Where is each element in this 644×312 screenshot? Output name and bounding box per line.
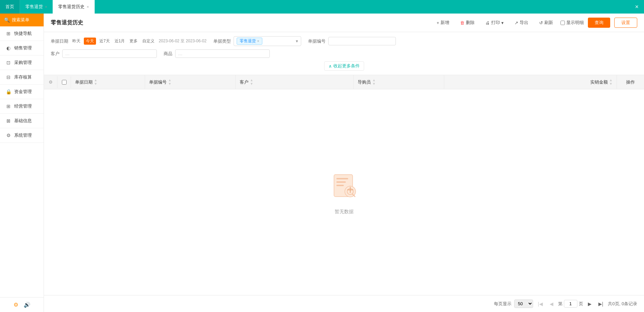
filter-row-1: 单据日期 昨天 今天 近7天 近1月 更多 自定义 2023-06-02 至 2… — [51, 36, 637, 46]
amount-sort-icon[interactable]: ▲▼ — [609, 79, 613, 86]
export-button[interactable]: ↗ 导出 — [511, 18, 532, 27]
settings-icon[interactable]: ⚙ — [14, 302, 18, 308]
export-icon: ↗ — [515, 20, 518, 25]
date-shortcuts: 昨天 今天 近7天 近1月 更多 自定义 — [71, 38, 156, 45]
table-area: ⚙ 单据日期 ▲▼ 单据编号 ▲▼ 客 — [44, 75, 644, 295]
sidebar-item-basic[interactable]: ⊠ 基础信息 — [0, 114, 44, 128]
query-button[interactable]: 查询 — [588, 18, 610, 28]
page-input[interactable] — [564, 300, 577, 308]
refresh-button[interactable]: ↺ 刷新 — [536, 18, 556, 27]
filter-voucher-type: 单据类型 零售退货 × ▾ — [213, 36, 301, 46]
sidebar-item-basic-label: 基础信息 — [14, 118, 32, 124]
main-layout: 🔍 搜索菜单 ⊞ 快捷导航 ◐ 销售管理 ⊡ 采购管理 ⊟ 库存核算 — [0, 14, 644, 312]
sidebar-item-sales[interactable]: ◐ 销售管理 — [0, 41, 44, 55]
sidebar-search[interactable]: 🔍 搜索菜单 — [0, 14, 44, 26]
sidebar-item-inventory[interactable]: ⊟ 库存核算 — [0, 70, 44, 85]
sound-icon[interactable]: 🔊 — [24, 302, 30, 308]
sales-icon: ◐ — [5, 45, 11, 51]
date-sort-icon[interactable]: ▲▼ — [94, 79, 97, 86]
date-yesterday[interactable]: 昨天 — [71, 38, 82, 45]
filter-area: 单据日期 昨天 今天 近7天 近1月 更多 自定义 2023-06-02 至 2… — [44, 32, 644, 75]
tab-list: 首页 零售退货 × 零售退货历史 × — [0, 0, 629, 14]
sidebar-item-quick-nav[interactable]: ⊞ 快捷导航 — [0, 26, 44, 41]
content-area: 零售退货历史 + 新增 🗑 删除 🖨 打印 ▾ ↗ 导出 — [44, 14, 644, 312]
table-col-operation-label: 操作 — [626, 79, 635, 85]
display-detail-checkbox-label: 显示明细 — [560, 20, 584, 26]
svg-rect-3 — [336, 185, 344, 186]
page-label: 第 — [558, 301, 563, 307]
voucher-type-dropdown-icon[interactable]: ▾ — [296, 39, 298, 44]
display-detail-checkbox[interactable] — [560, 21, 565, 25]
date-today[interactable]: 今天 — [84, 38, 96, 45]
sidebar-item-finance-label: 资金管理 — [14, 89, 32, 95]
delete-label: 删除 — [466, 20, 475, 26]
table-col-operation: 操作 — [617, 76, 644, 89]
settings-button[interactable]: 设置 — [614, 18, 637, 28]
sidebar-item-operation[interactable]: ⊞ 经营管理 — [0, 99, 44, 114]
date-7days[interactable]: 近7天 — [98, 38, 111, 45]
filter-voucher-no: 单据编号 — [308, 37, 396, 45]
operation-icon: ⊞ — [5, 103, 11, 109]
goods-label: 商品 — [164, 51, 172, 57]
date-1month[interactable]: 近1月 — [113, 38, 126, 45]
per-page-select[interactable]: 10 20 50 100 — [514, 299, 533, 308]
tab-retail-return[interactable]: 零售退货 × — [20, 0, 53, 14]
select-all-checkbox[interactable] — [62, 80, 67, 85]
delete-button[interactable]: 🗑 删除 — [457, 18, 478, 27]
collapse-button[interactable]: ∧ 收起更多条件 — [324, 61, 364, 71]
header-actions: + 新增 🗑 删除 🖨 打印 ▾ ↗ 导出 ↺ 刷新 — [433, 18, 637, 28]
new-button[interactable]: + 新增 — [433, 18, 453, 27]
guide-sort-icon[interactable]: ▲▼ — [372, 79, 376, 86]
date-custom[interactable]: 自定义 — [141, 38, 156, 45]
quick-nav-icon: ⊞ — [5, 30, 11, 37]
sidebar-item-system-label: 系统管理 — [14, 132, 32, 138]
customer-input[interactable]: … — [62, 49, 157, 58]
print-button[interactable]: 🖨 打印 ▾ — [482, 18, 507, 27]
settings-col-icon: ⚙ — [49, 80, 53, 85]
filter-voucher-date: 单据日期 昨天 今天 近7天 近1月 更多 自定义 2023-06-02 至 2… — [51, 38, 207, 45]
voucher-type-select[interactable]: 零售退货 × ▾ — [234, 36, 301, 46]
tab-home[interactable]: 首页 — [0, 0, 20, 14]
tab-retail-return-close[interactable]: × — [45, 5, 47, 9]
voucher-no-sort-icon[interactable]: ▲▼ — [168, 79, 171, 86]
empty-icon — [327, 170, 361, 203]
voucher-type-tag-close[interactable]: × — [257, 39, 259, 43]
table-col-voucher-no-label: 单据编号 — [149, 79, 167, 85]
purchase-icon: ⊡ — [5, 60, 11, 66]
tab-retail-return-history-label: 零售退货历史 — [58, 4, 85, 10]
sidebar-item-sales-label: 销售管理 — [14, 45, 32, 51]
date-range-display: 2023-06-02 至 2023-06-02 — [159, 38, 206, 44]
page-label-suffix: 页 — [579, 301, 583, 307]
tab-retail-return-history-close[interactable]: × — [87, 5, 89, 9]
voucher-no-input[interactable] — [328, 37, 396, 45]
voucher-type-tag-text: 零售退货 — [240, 38, 256, 44]
customer-sort-icon[interactable]: ▲▼ — [250, 79, 253, 86]
prev-page-button[interactable]: ◀ — [548, 300, 555, 307]
table-col-date-label: 单据日期 — [75, 79, 93, 85]
print-label: 打印 — [491, 20, 500, 26]
sidebar: 🔍 搜索菜单 ⊞ 快捷导航 ◐ 销售管理 ⊡ 采购管理 ⊟ 库存核算 — [0, 14, 44, 312]
pagination-page: 第 页 — [558, 300, 583, 308]
sidebar-item-purchase[interactable]: ⊡ 采购管理 — [0, 55, 44, 70]
empty-text: 暂无数据 — [335, 209, 354, 215]
goods-input[interactable]: … — [175, 49, 270, 58]
print-dropdown-icon: ▾ — [501, 20, 504, 25]
last-page-button[interactable]: ▶| — [596, 300, 605, 307]
table-col-guide-label: 导购员 — [358, 79, 371, 85]
customer-placeholder: … — [65, 51, 70, 56]
search-icon: 🔍 — [4, 17, 10, 23]
page-title: 零售退货历史 — [51, 19, 83, 26]
table-col-guide: 导购员 ▲▼ — [354, 75, 444, 89]
print-icon: 🖨 — [485, 20, 490, 25]
basic-icon: ⊠ — [5, 118, 11, 124]
first-page-button[interactable]: |◀ — [536, 300, 545, 307]
table-col-settings[interactable]: ⚙ — [44, 76, 57, 88]
window-close-button[interactable]: × — [629, 3, 644, 10]
sidebar-item-operation-label: 经营管理 — [14, 103, 32, 109]
next-page-button[interactable]: ▶ — [586, 300, 594, 307]
sidebar-item-system[interactable]: ⚙ 系统管理 — [0, 128, 44, 143]
date-more[interactable]: 更多 — [128, 38, 139, 45]
sidebar-item-finance[interactable]: 🔒 资金管理 — [0, 85, 44, 99]
tab-retail-return-history[interactable]: 零售退货历史 × — [53, 0, 94, 14]
table-header: ⚙ 单据日期 ▲▼ 单据编号 ▲▼ 客 — [44, 75, 644, 89]
